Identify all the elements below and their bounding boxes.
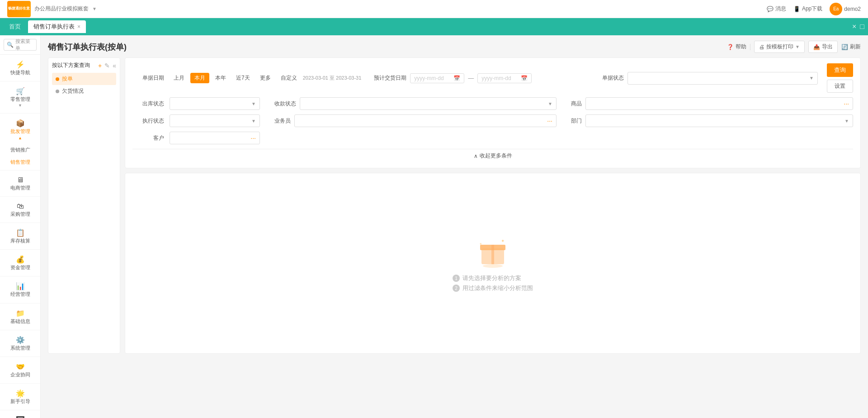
tab-close-icon[interactable]: × <box>77 24 80 30</box>
sidebar-item-inventory[interactable]: 📋 库存核算 <box>0 225 40 247</box>
edit-scheme-btn[interactable]: ✎ <box>104 62 110 69</box>
content-body: 按以下方案查询 + ✎ « 按单 欠货情况 <box>48 57 861 354</box>
salesperson-input[interactable]: ··· <box>294 114 557 127</box>
date-tab-current-month[interactable]: 本月 <box>190 73 209 83</box>
scheme-panel-header: 按以下方案查询 + ✎ « <box>52 62 116 69</box>
header-left: 畅捷通好生意 办公用品行业模拟账套 ▼ <box>7 1 97 17</box>
mobile-icon: 📱 <box>793 6 800 12</box>
message-action[interactable]: 💬 消息 <box>767 5 786 13</box>
date-tab-more[interactable]: 更多 <box>256 73 275 83</box>
doc-status-select[interactable]: ▼ <box>627 72 818 85</box>
shipment-select[interactable]: ▼ <box>170 97 260 110</box>
dept-select[interactable]: ▼ <box>585 114 853 127</box>
sidebar-item-wholesale[interactable]: 📦 批发管理 ▲ <box>0 115 40 143</box>
settings-button[interactable]: 设置 <box>827 80 853 93</box>
user-profile[interactable]: Ea demo2 <box>830 3 861 15</box>
print-icon: 🖨 <box>759 44 764 50</box>
page-title-bar: 销售订单执行表(按单) ❓ 帮助 🖨 按模板打印 ▼ 📤 导出 <box>48 41 861 53</box>
right-area: 单据日期 上月 本月 本年 近7天 更多 自定义 2023-03-01 至 20… <box>125 57 861 354</box>
empty-box-svg: ✦ ✦ <box>475 233 511 269</box>
query-button[interactable]: 查询 <box>827 63 853 77</box>
sidebar-item-enterprise[interactable]: 🤝 企业协同 <box>0 359 40 381</box>
print-dropdown-icon: ▼ <box>795 44 800 49</box>
nav-ecommerce: 🖥 电商管理 <box>0 171 40 197</box>
sidebar-item-quick-nav[interactable]: ⚡ 快捷导航 <box>0 57 40 79</box>
help-btn[interactable]: ❓ 帮助 <box>727 43 746 51</box>
scheme-label-1: 欠货情况 <box>62 87 84 95</box>
salesperson-label: 业务员 <box>274 117 291 125</box>
sidebar-item-basic[interactable]: 📁 基础信息 <box>0 305 40 328</box>
sidebar-item-newbie[interactable]: 🌟 新手引导 <box>0 385 40 408</box>
dept-arrow: ▼ <box>844 119 849 124</box>
sidebar-item-operations[interactable]: 📊 经营管理 <box>0 278 40 301</box>
receipt-arrow: ▼ <box>548 101 552 106</box>
page-title: 销售订单执行表(按单) <box>48 42 127 52</box>
tab-home[interactable]: 首页 <box>4 20 26 33</box>
shipment-arrow: ▼ <box>251 101 256 106</box>
expected-delivery-end[interactable]: yyyy-mm-dd 📅 <box>477 73 532 83</box>
svg-text:✦: ✦ <box>501 238 505 243</box>
tab-current[interactable]: 销售订单执行表 × <box>28 20 86 33</box>
exec-status-select[interactable]: ▼ <box>170 114 260 127</box>
app-download-action[interactable]: 📱 App下载 <box>793 5 822 13</box>
filter-row-4: 客户 ··· <box>132 132 853 144</box>
doc-status-label: 单据状态 <box>602 74 624 82</box>
sidebar-item-retail[interactable]: 🛒 零售管理 ▼ <box>0 83 40 111</box>
scheme-item-1[interactable]: 欠货情况 <box>52 85 116 97</box>
date-tab-last-month[interactable]: 上月 <box>170 73 189 83</box>
dept-area: 部门 ▼ <box>571 114 853 127</box>
basic-icon: 📁 <box>16 309 25 318</box>
sidebar-item-appstore[interactable]: 🔲 应用中心 <box>0 412 40 418</box>
nav-quick: ⚡ 快捷导航 <box>0 55 40 81</box>
expected-delivery-start[interactable]: yyyy-mm-dd 📅 <box>410 73 464 83</box>
date-range-display: 2023-03-01 至 2023-03-31 <box>303 75 362 81</box>
sidebar-item-ecommerce[interactable]: 🖥 电商管理 <box>0 172 40 195</box>
add-scheme-btn[interactable]: + <box>98 62 102 69</box>
customer-input[interactable]: ··· <box>170 132 260 144</box>
window-close-icon[interactable]: × <box>852 23 856 31</box>
collapse-btn[interactable]: ∧ 收起更多条件 <box>132 149 853 162</box>
salesperson-dots[interactable]: ··· <box>547 117 552 124</box>
breadcrumb-dropdown[interactable]: ▼ <box>92 6 97 11</box>
date-tab-7days[interactable]: 近7天 <box>232 73 254 83</box>
sidebar-search-area: 🔍 搜索菜单 <box>0 35 40 55</box>
calendar-icon-start: 📅 <box>453 75 460 81</box>
search-menu-box[interactable]: 🔍 搜索菜单 <box>4 39 37 51</box>
refresh-btn[interactable]: 🔄 刷新 <box>841 43 861 51</box>
empty-tip-2: 2 用过滤条件来缩小分析范围 <box>453 284 533 292</box>
svg-text:✦: ✦ <box>479 242 482 246</box>
svg-rect-2 <box>491 245 494 264</box>
export-btn[interactable]: 📤 导出 <box>808 41 838 53</box>
product-dots[interactable]: ··· <box>844 100 849 107</box>
sidebar-sub-sales[interactable]: 销售管理 <box>0 156 40 168</box>
date-tab-current-year[interactable]: 本年 <box>211 73 230 83</box>
print-btn[interactable]: 🖨 按模板打印 ▼ <box>754 41 805 53</box>
nav-operations: 📊 经营管理 <box>0 276 40 303</box>
empty-state: ✦ ✦ 1 请先选择要分析的方案 <box>453 233 533 294</box>
sidebar-sub-marketing[interactable]: 营销推广 <box>0 144 40 156</box>
receipt-select[interactable]: ▼ <box>300 97 557 110</box>
finance-label: 资金管理 <box>10 265 30 271</box>
scheme-panel-actions: + ✎ « <box>98 62 116 69</box>
empty-tips: 1 请先选择要分析的方案 2 用过滤条件来缩小分析范围 <box>453 274 533 294</box>
empty-icon: ✦ ✦ <box>475 233 511 269</box>
page-content: 销售订单执行表(按单) ❓ 帮助 🖨 按模板打印 ▼ 📤 导出 <box>41 35 868 418</box>
query-settings-btns: 查询 设置 <box>827 63 853 93</box>
scheme-item-0[interactable]: 按单 <box>52 73 116 85</box>
customer-dots[interactable]: ··· <box>250 134 256 142</box>
sidebar-item-system[interactable]: ⚙️ 系统管理 <box>0 332 40 355</box>
product-input[interactable]: ··· <box>585 97 853 110</box>
ecommerce-icon: 🖥 <box>17 176 24 184</box>
doc-status-area: 单据状态 ▼ <box>602 72 818 85</box>
collapse-left-btn[interactable]: « <box>113 62 116 69</box>
window-maximize-icon[interactable]: □ <box>860 23 864 31</box>
content-area: 销售订单执行表(按单) ❓ 帮助 🖨 按模板打印 ▼ 📤 导出 <box>41 35 868 418</box>
sidebar-item-purchase[interactable]: 🛍 采购管理 <box>0 199 40 221</box>
avatar: Ea <box>830 3 842 15</box>
data-area: ✦ ✦ 1 请先选择要分析的方案 <box>125 173 861 354</box>
date-tab-custom[interactable]: 自定义 <box>277 73 301 83</box>
sidebar-item-finance[interactable]: 💰 资金管理 <box>0 252 40 274</box>
shipment-label: 出库状态 <box>132 100 164 108</box>
ecommerce-label: 电商管理 <box>10 185 30 191</box>
inventory-label: 库存核算 <box>10 238 30 244</box>
